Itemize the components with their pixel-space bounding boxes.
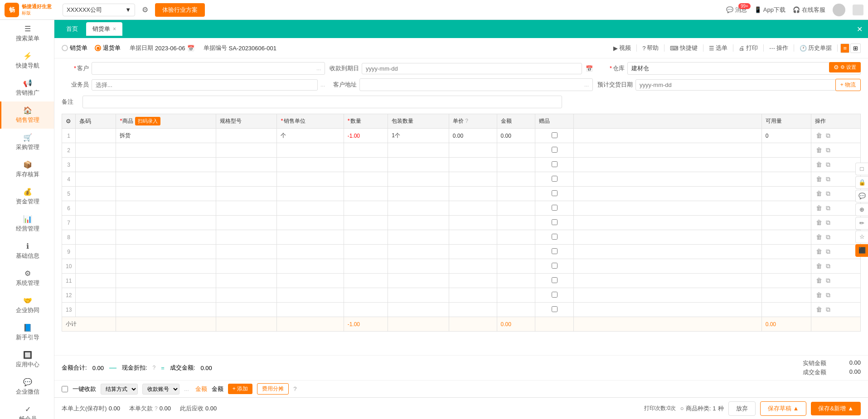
discard-button[interactable]: 放弃 [728, 401, 756, 416]
cell-amount[interactable] [497, 259, 535, 274]
cell-barcode[interactable] [76, 303, 116, 317]
tab-home[interactable]: 首页 [60, 22, 84, 36]
cell-spec[interactable] [216, 129, 277, 143]
cell-amount[interactable] [497, 274, 535, 288]
expected-date-input[interactable] [635, 79, 850, 91]
sidebar-item-system[interactable]: ⚙ 系统管理 [0, 265, 54, 292]
radio-sale[interactable]: 销货单 [62, 44, 87, 52]
app-download-btn[interactable]: 📱 App下载 [754, 6, 786, 14]
cell-price[interactable] [449, 216, 497, 230]
tab-sales-order[interactable]: 销货单 × [86, 22, 122, 36]
user-extra[interactable] [853, 5, 863, 15]
view-list-btn[interactable]: ≡ [840, 43, 849, 53]
copy-row-btn[interactable]: ⧉ [825, 261, 831, 271]
sidebar-item-purchase[interactable]: 🛒 采购管理 [0, 129, 54, 156]
cell-product[interactable] [116, 187, 216, 201]
cell-price[interactable] [449, 172, 497, 187]
copy-row-btn[interactable]: ⧉ [825, 189, 831, 198]
dropdown-icon[interactable]: ▲ [793, 405, 799, 412]
cell-unit[interactable] [277, 158, 344, 172]
cell-unit[interactable] [277, 230, 344, 245]
toolbar-help[interactable]: ? 帮助 [640, 43, 661, 53]
cell-amount[interactable] [497, 288, 535, 303]
cell-barcode[interactable] [76, 259, 116, 274]
customer-addr-input[interactable]: ... [359, 78, 593, 91]
save-draft-button[interactable]: 保存草稿 ▲ [760, 401, 807, 416]
table-settings-icon[interactable]: ⚙ [66, 118, 71, 125]
cell-qty[interactable] [344, 274, 388, 288]
cell-gift[interactable] [535, 143, 574, 158]
cell-pack-qty[interactable] [388, 143, 449, 158]
delete-row-btn[interactable]: 🗑 [815, 131, 823, 140]
cell-price[interactable] [449, 259, 497, 274]
cell-price[interactable] [449, 274, 497, 288]
cell-product[interactable] [116, 172, 216, 187]
delete-row-btn[interactable]: 🗑 [815, 189, 823, 198]
cell-unit[interactable] [277, 172, 344, 187]
pay-method-select[interactable]: 结算方式 [101, 384, 138, 395]
setting-button[interactable]: ⚙ ⚙ 设置 [829, 62, 861, 72]
cell-unit[interactable] [277, 303, 344, 317]
toolbar-history[interactable]: 🕐 历史单据 [797, 43, 834, 53]
message-btn[interactable]: 💬 消息 99+ [726, 6, 747, 14]
cell-spec[interactable] [216, 143, 277, 158]
customer-input[interactable]: ... [92, 62, 325, 75]
cell-price[interactable] [449, 158, 497, 172]
cell-spec[interactable] [216, 274, 277, 288]
cell-amount[interactable] [497, 230, 535, 245]
cell-barcode[interactable] [76, 274, 116, 288]
cell-spec[interactable] [216, 303, 277, 317]
sidebar-item-enterprise[interactable]: 🤝 企业协同 [0, 292, 54, 319]
cell-unit[interactable] [277, 245, 344, 259]
cell-pack-qty[interactable] [388, 216, 449, 230]
cell-qty[interactable] [344, 201, 388, 216]
delete-row-btn[interactable]: 🗑 [815, 305, 823, 314]
avatar[interactable] [833, 4, 845, 16]
cell-qty[interactable] [344, 303, 388, 317]
cell-product[interactable]: 拆货 [116, 129, 216, 143]
sidebar-item-basics[interactable]: ℹ 基础信息 [0, 237, 54, 265]
cell-barcode[interactable] [76, 172, 116, 187]
add-button[interactable]: + 添加 [228, 384, 252, 394]
cell-unit[interactable]: 个 [277, 129, 344, 143]
delete-row-btn[interactable]: 🗑 [815, 290, 823, 299]
cell-pack-qty[interactable]: 1个 [388, 129, 449, 143]
window-close-icon[interactable]: ✕ [857, 25, 863, 34]
cell-unit[interactable] [277, 201, 344, 216]
sidebar-item-operations[interactable]: 📊 经营管理 [0, 210, 54, 237]
copy-row-btn[interactable]: ⧉ [825, 232, 831, 242]
copy-row-btn[interactable]: ⧉ [825, 145, 831, 155]
cell-amount[interactable] [497, 201, 535, 216]
cell-amount[interactable] [497, 216, 535, 230]
cell-product[interactable] [116, 303, 216, 317]
delete-row-btn[interactable]: 🗑 [815, 160, 823, 169]
cell-amount[interactable] [497, 187, 535, 201]
cell-gift[interactable] [535, 216, 574, 230]
float-btn-5[interactable]: ✏ [855, 217, 868, 230]
cell-product[interactable] [116, 201, 216, 216]
save-new-button[interactable]: 保存&新增 ▲ [811, 402, 861, 415]
delete-row-btn[interactable]: 🗑 [815, 203, 823, 212]
cell-unit[interactable] [277, 216, 344, 230]
due-date-input[interactable] [362, 63, 582, 74]
cell-unit[interactable] [277, 187, 344, 201]
sidebar-item-inventory[interactable]: 📦 库存核算 [0, 156, 54, 183]
cell-spec[interactable] [216, 259, 277, 274]
delete-row-btn[interactable]: 🗑 [815, 174, 823, 183]
sidebar-item-marketing[interactable]: 📢 营销推广 [0, 74, 54, 101]
toolbar-shortcut[interactable]: ⌨ 快捷键 [667, 43, 700, 53]
cell-price[interactable] [449, 143, 497, 158]
cell-gift[interactable] [535, 201, 574, 216]
cell-price[interactable] [449, 303, 497, 317]
cell-qty[interactable]: -1.00 [344, 129, 388, 143]
delete-row-btn[interactable]: 🗑 [815, 218, 823, 227]
cell-product[interactable] [116, 259, 216, 274]
cell-pack-qty[interactable] [388, 245, 449, 259]
cell-pack-qty[interactable] [388, 187, 449, 201]
cell-qty[interactable] [344, 187, 388, 201]
cell-barcode[interactable] [76, 245, 116, 259]
cell-pack-qty[interactable] [388, 230, 449, 245]
cell-product[interactable] [116, 158, 216, 172]
float-btn-3[interactable]: 💬 [855, 190, 868, 202]
cell-spec[interactable] [216, 187, 277, 201]
